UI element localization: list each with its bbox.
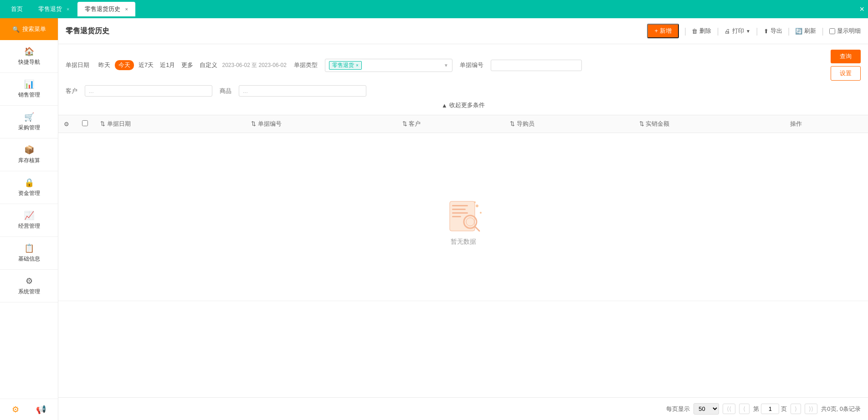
sidebar-item-purchase[interactable]: 🛒 采购管理: [0, 106, 58, 138]
th-number-label: ⇅ 单据编号: [251, 120, 282, 127]
tab-retail-return-history[interactable]: 零售退货历史 ×: [77, 2, 135, 16]
show-detail-label: 显示明细: [837, 27, 861, 35]
sidebar-item-sales[interactable]: 📊 销售管理: [0, 73, 58, 106]
date-btn-custom[interactable]: 自定义: [198, 60, 219, 70]
voucher-type-select[interactable]: 零售退货 × ▼: [325, 59, 452, 72]
th-checkbox[interactable]: [77, 115, 95, 133]
page-label: 第: [753, 405, 759, 413]
date-range-display: 2023-06-02 至 2023-06-02: [222, 61, 286, 69]
sidebar-item-finance[interactable]: 🔒 资金管理: [0, 171, 58, 204]
data-table: ⚙ ⇅ 单据日期 ⇅ 单据编号 ⇅ 客户: [58, 115, 868, 301]
sidebar-label-finance: 资金管理: [18, 190, 40, 197]
svg-rect-1: [452, 205, 468, 206]
purchase-icon: 🛒: [24, 112, 34, 122]
sidebar-label-base-info: 基础信息: [18, 255, 40, 263]
svg-line-7: [475, 226, 479, 231]
customer-label: 客户: [66, 87, 77, 95]
volume-icon[interactable]: 📢: [36, 405, 46, 415]
date-filters: 昨天 今天 近7天 近1月 更多 自定义 2023-06-02 至 2023-0…: [97, 60, 287, 70]
page-prev-button[interactable]: ⟨: [739, 404, 750, 414]
divider-3: |: [756, 26, 758, 36]
th-guide[interactable]: ⇅ 导购员: [504, 115, 634, 133]
delete-icon: 🗑: [692, 28, 698, 35]
table-body: 暂无数据: [58, 133, 868, 301]
filter-row-1: 单据日期 昨天 今天 近7天 近1月 更多 自定义 2023-06-02 至 2…: [66, 50, 861, 81]
filter-row-2: 客户 ... 商品 ...: [66, 85, 861, 97]
th-customer-label: ⇅ 客户: [402, 120, 421, 127]
page-next-button[interactable]: ⟩: [791, 404, 801, 414]
sidebar-item-operation[interactable]: 📈 经营管理: [0, 204, 58, 237]
svg-point-6: [466, 218, 474, 226]
sidebar: 🔍 搜索菜单 🏠 快捷导航 📊 销售管理 🛒 采购管理 📦 库存核算 🔒 资金管…: [0, 18, 58, 420]
sidebar-search[interactable]: 🔍 搜索菜单: [0, 18, 58, 40]
goods-label: 商品: [220, 87, 231, 95]
sidebar-label-system: 系统管理: [18, 288, 40, 296]
voucher-type-dropdown-icon: ▼: [444, 63, 448, 68]
search-icon: 🔍: [12, 26, 20, 33]
date-btn-yesterday[interactable]: 昨天: [97, 60, 112, 70]
tab-home[interactable]: 首页: [4, 2, 30, 16]
window-close-icon[interactable]: ×: [859, 5, 864, 14]
date-btn-today[interactable]: 今天: [115, 60, 134, 70]
empty-state-row: 暂无数据: [58, 133, 868, 301]
sidebar-item-system[interactable]: ⚙ 系统管理: [0, 270, 58, 302]
voucher-type-tag-close[interactable]: ×: [356, 63, 359, 68]
query-button[interactable]: 查询: [831, 50, 861, 63]
sidebar-bottom: ⚙ 📢: [0, 399, 58, 420]
select-all-checkbox[interactable]: [82, 120, 88, 126]
page-title: 零售退货历史: [66, 26, 109, 36]
date-btn-1month[interactable]: 近1月: [158, 60, 177, 70]
column-settings-icon[interactable]: ⚙: [64, 121, 69, 128]
delete-button[interactable]: 🗑 删除: [692, 27, 711, 35]
th-number[interactable]: ⇅ 单据编号: [246, 115, 396, 133]
main-layout: 🔍 搜索菜单 🏠 快捷导航 📊 销售管理 🛒 采购管理 📦 库存核算 🔒 资金管…: [0, 18, 868, 420]
voucher-type-tag: 零售退货 ×: [329, 61, 362, 70]
goods-select[interactable]: ...: [239, 85, 366, 97]
show-detail-checkbox[interactable]: [829, 28, 835, 34]
tab-retail-return[interactable]: 零售退货 ×: [31, 2, 77, 16]
tabs-container: 首页 零售退货 × 零售退货历史 ×: [4, 2, 859, 16]
sidebar-item-base-info[interactable]: 📋 基础信息: [0, 237, 58, 270]
export-icon: ⬆: [764, 28, 769, 35]
tab-retail-return-close[interactable]: ×: [67, 6, 69, 12]
th-amount[interactable]: ⇅ 实销金额: [634, 115, 785, 133]
export-button[interactable]: ⬆ 导出: [764, 27, 782, 35]
sales-icon: 📊: [24, 79, 34, 89]
page-input[interactable]: [761, 404, 779, 414]
voucher-number-label: 单据编号: [460, 61, 483, 69]
svg-rect-4: [452, 216, 461, 217]
date-btn-7days[interactable]: 近7天: [137, 60, 155, 70]
sidebar-item-inventory[interactable]: 📦 库存核算: [0, 138, 58, 171]
delete-label: 删除: [699, 27, 711, 35]
page-first-button[interactable]: ⟨⟨: [723, 404, 735, 414]
tab-retail-return-history-close[interactable]: ×: [125, 6, 128, 12]
divider-5: |: [822, 26, 824, 36]
th-date-label: ⇅ 单据日期: [100, 120, 131, 127]
filter-settings-button[interactable]: 设置: [831, 66, 861, 81]
voucher-number-input[interactable]: [491, 60, 582, 71]
empty-text: 暂无数据: [451, 238, 476, 246]
sidebar-item-quick-nav[interactable]: 🏠 快捷导航: [0, 40, 58, 73]
date-btn-more[interactable]: 更多: [180, 60, 195, 70]
th-settings[interactable]: ⚙: [58, 115, 77, 133]
page-last-button[interactable]: ⟩⟩: [805, 404, 817, 414]
settings-bottom-icon[interactable]: ⚙: [12, 405, 19, 415]
print-button[interactable]: 🖨 打印 ▼: [724, 27, 750, 35]
sidebar-search-label: 搜索菜单: [22, 25, 46, 33]
th-date[interactable]: ⇅ 单据日期: [95, 115, 246, 133]
page-size-label: 每页显示: [666, 405, 690, 413]
show-detail-checkbox-label[interactable]: 显示明细: [829, 27, 861, 35]
tab-home-label: 首页: [11, 5, 23, 13]
th-guide-label: ⇅ 导购员: [510, 120, 534, 127]
collapse-button[interactable]: ▲ 收起更多条件: [442, 101, 485, 109]
customer-select[interactable]: ...: [85, 85, 212, 97]
page-size-select[interactable]: 10 20 50 100: [693, 403, 719, 415]
voucher-type-value: 零售退货 ×: [329, 61, 442, 70]
divider-2: |: [717, 26, 719, 36]
th-customer[interactable]: ⇅ 客户: [397, 115, 504, 133]
system-icon: ⚙: [26, 276, 33, 286]
refresh-button[interactable]: 🔄 刷新: [795, 27, 816, 35]
refresh-icon: 🔄: [795, 28, 802, 35]
new-button[interactable]: + 新增: [647, 24, 678, 38]
customer-placeholder: ...: [89, 87, 94, 94]
